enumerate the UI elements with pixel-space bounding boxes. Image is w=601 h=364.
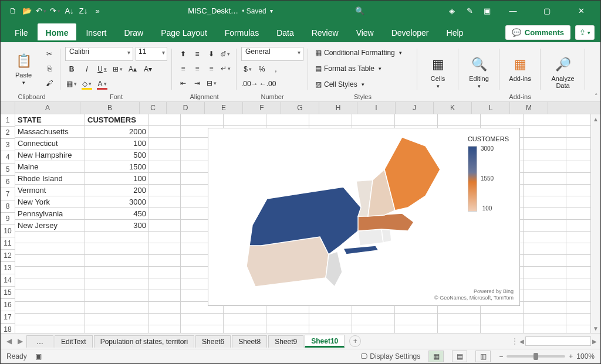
tab-page-layout[interactable]: Page Layout xyxy=(153,23,215,42)
align-top-icon[interactable]: ⬆ xyxy=(177,47,190,60)
tab-view[interactable]: View xyxy=(348,23,382,42)
cell[interactable] xyxy=(85,325,149,333)
cell[interactable]: 100 xyxy=(85,173,149,185)
restore-button[interactable]: ▢ xyxy=(534,1,561,21)
undo-icon[interactable]: ↶ xyxy=(36,6,46,16)
cell[interactable] xyxy=(266,325,309,333)
state-connecticut[interactable] xyxy=(358,229,383,246)
cell[interactable] xyxy=(438,114,481,126)
cell[interactable] xyxy=(524,325,566,333)
cell[interactable] xyxy=(149,208,181,220)
cell[interactable] xyxy=(85,243,149,255)
cell[interactable]: 450 xyxy=(85,208,149,220)
currency-icon[interactable]: $ xyxy=(241,63,254,76)
cell[interactable] xyxy=(149,232,181,243)
tab-formulas[interactable]: Formulas xyxy=(217,23,267,42)
sort-asc-icon[interactable]: A↓ xyxy=(64,6,75,16)
tab-data[interactable]: Data xyxy=(268,23,302,42)
cell[interactable] xyxy=(181,314,224,325)
scroll-down-icon[interactable]: ▼ xyxy=(591,324,600,333)
cell[interactable] xyxy=(181,325,224,333)
row-header[interactable]: 10 xyxy=(1,225,15,237)
row-header[interactable]: 4 xyxy=(1,151,15,164)
new-file-icon[interactable]: 🗋 xyxy=(8,6,18,16)
cell[interactable] xyxy=(309,314,352,325)
row-header[interactable]: 9 xyxy=(1,213,15,225)
cell[interactable] xyxy=(266,114,309,126)
orientation-icon[interactable]: ⅆ xyxy=(219,47,232,60)
row-header[interactable]: 2 xyxy=(1,127,15,139)
cell[interactable] xyxy=(524,302,566,314)
column-header[interactable]: A xyxy=(15,102,80,114)
zoom-out-button[interactable]: − xyxy=(499,352,503,360)
open-folder-icon[interactable]: 📂 xyxy=(22,6,32,16)
row-header[interactable]: 8 xyxy=(1,200,15,213)
cell[interactable]: CUSTOMERS xyxy=(85,114,149,126)
paste-button[interactable]: 📋 Paste ▾ xyxy=(8,48,39,89)
cell[interactable] xyxy=(481,325,524,333)
align-right-icon[interactable]: ≡ xyxy=(205,62,218,75)
row-header[interactable]: 15 xyxy=(1,287,15,299)
cells-button[interactable]: ▦ Cells ▾ xyxy=(422,52,454,93)
cell[interactable] xyxy=(85,314,149,325)
cells[interactable]: STATECUSTOMERSMassachusetts2000Connectic… xyxy=(15,114,600,333)
column-header[interactable]: D xyxy=(167,102,205,114)
cell[interactable] xyxy=(15,243,85,255)
sheet-tab-edittext[interactable]: EditText xyxy=(55,335,93,348)
cell[interactable] xyxy=(524,173,566,185)
map-chart[interactable]: CUSTOMERS 3000 1550 100 Powered by Bing xyxy=(208,128,520,306)
cell[interactable] xyxy=(524,208,566,220)
cell[interactable]: Rhode Island xyxy=(15,173,85,185)
cell[interactable]: Maine xyxy=(15,161,85,173)
editing-button[interactable]: 🔍 Editing ▾ xyxy=(463,52,495,93)
increase-decimal-icon[interactable]: .00→ xyxy=(241,77,258,90)
sort-desc-icon[interactable]: Z↓ xyxy=(78,6,89,16)
state-new-york-li[interactable] xyxy=(343,246,379,254)
display-settings-button[interactable]: 🖵Display Settings xyxy=(360,352,420,360)
chevron-down-icon[interactable]: ▾ xyxy=(270,8,273,14)
row-header[interactable]: 3 xyxy=(1,139,15,151)
borders-dropdown[interactable]: ▦ xyxy=(65,77,78,90)
row-header[interactable]: 16 xyxy=(1,299,15,311)
sheet-nav-next-icon[interactable]: ▶ xyxy=(15,337,25,345)
cell[interactable] xyxy=(524,149,566,161)
increase-font-icon[interactable]: A▴ xyxy=(126,63,139,76)
column-header[interactable]: E xyxy=(205,102,243,114)
row-header[interactable]: 17 xyxy=(1,311,15,324)
cell[interactable] xyxy=(481,314,524,325)
cell[interactable] xyxy=(15,325,85,333)
cell[interactable] xyxy=(524,220,566,232)
cell[interactable] xyxy=(524,290,566,302)
decrease-decimal-icon[interactable]: ←.00 xyxy=(259,77,276,90)
vertical-scrollbar[interactable]: ▲ ▼ xyxy=(590,114,600,333)
cell[interactable] xyxy=(524,267,566,278)
cell[interactable] xyxy=(15,278,85,290)
cell-styles-button[interactable]: ▨Cell Styles▾ xyxy=(313,77,413,91)
cell[interactable] xyxy=(15,314,85,325)
diamond-icon[interactable]: ◈ xyxy=(447,6,457,16)
decrease-indent-icon[interactable]: ⇤ xyxy=(177,77,190,90)
cell[interactable] xyxy=(85,267,149,278)
cell[interactable] xyxy=(149,302,181,314)
cell[interactable] xyxy=(524,278,566,290)
sheet-tab-population[interactable]: Population of states, territori xyxy=(94,335,194,348)
cell[interactable] xyxy=(309,325,352,333)
sheet-tab-sheet10[interactable]: Sheet10 xyxy=(305,335,345,348)
analyze-data-button[interactable]: 🔎 Analyze Data xyxy=(545,52,580,93)
cell[interactable] xyxy=(149,185,181,196)
paint-brush-icon[interactable]: ✎ xyxy=(464,6,475,16)
cut-icon[interactable]: ✂ xyxy=(43,47,56,60)
conditional-formatting-button[interactable]: ▦Conditional Formatting▾ xyxy=(313,46,413,60)
macro-record-icon[interactable]: ▣ xyxy=(35,352,42,360)
column-header[interactable]: I xyxy=(357,102,396,114)
bold-button[interactable]: B xyxy=(65,63,78,76)
column-header[interactable]: G xyxy=(281,102,319,114)
column-header[interactable]: C xyxy=(140,102,167,114)
scroll-left-icon[interactable]: ◀ xyxy=(519,338,524,345)
cell[interactable] xyxy=(149,290,181,302)
italic-button[interactable]: I xyxy=(80,63,93,76)
cell[interactable] xyxy=(149,173,181,185)
merge-center-icon[interactable]: ⊟ xyxy=(205,77,218,90)
underline-button[interactable]: U xyxy=(96,63,109,76)
addins-button[interactable]: ▦ Add-ins xyxy=(504,48,536,89)
